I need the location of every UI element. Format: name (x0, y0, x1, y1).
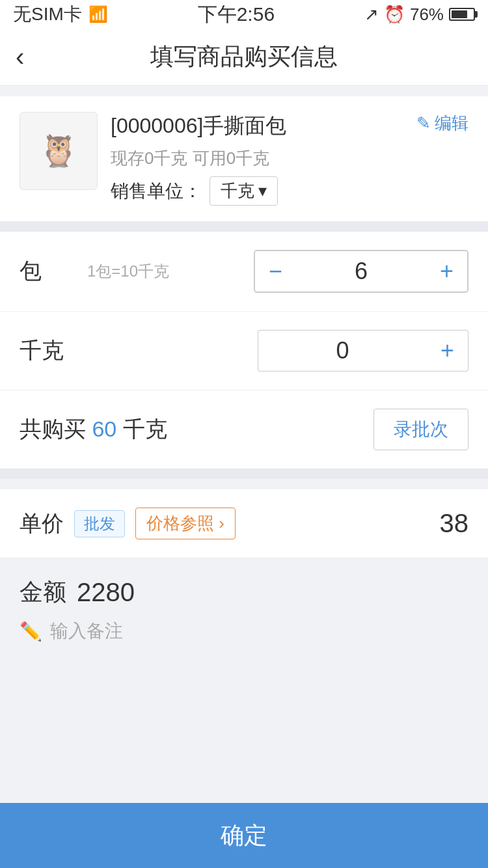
bao-sublabel: 1包=10千克 (87, 261, 169, 282)
bao-row: 包 1包=10千克 − + (0, 232, 488, 312)
location-icon: ↗ (364, 5, 379, 25)
total-prefix: 共购买 (20, 416, 86, 441)
wifi-icon: 📶 (88, 5, 108, 23)
unit-select[interactable]: 千克 ▾ (210, 176, 278, 206)
bao-input[interactable] (296, 251, 426, 292)
price-section: 单价 批发 价格参照 › 38 (0, 489, 488, 558)
battery-icon (449, 8, 475, 21)
price-value: 38 (440, 509, 469, 538)
product-card: 🦉 [0000006]手撕面包 现存0千克 可用0千克 销售单位： 千克 ▾ ✎… (0, 96, 488, 221)
note-row[interactable]: ✏️ 输入备注 (20, 619, 468, 654)
edit-icon: ✎ (416, 113, 431, 133)
amount-label: 金额 (20, 576, 66, 608)
pencil-icon: ✏️ (20, 621, 42, 642)
edit-button[interactable]: ✎ 编辑 (416, 112, 468, 135)
status-bar: 无SIM卡 📶 下午2:56 ↗ ⏰ 76% (0, 0, 488, 29)
product-logo-icon: 🦉 (39, 133, 78, 169)
chevron-down-icon: ▾ (258, 181, 267, 201)
unit-label: 销售单位： (111, 179, 202, 204)
back-button[interactable]: ‹ (16, 42, 24, 72)
product-unit-row: 销售单位： 千克 ▾ (111, 176, 403, 206)
note-placeholder: 输入备注 (50, 619, 123, 644)
status-time: 下午2:56 (198, 1, 275, 28)
divider-2 (0, 468, 488, 479)
kg-plus-button[interactable]: + (427, 330, 468, 372)
price-ref-button[interactable]: 价格参照 › (135, 508, 236, 539)
alarm-icon: ⏰ (384, 5, 405, 25)
edit-label: 编辑 (435, 112, 468, 135)
carrier-text: 无SIM卡 (13, 2, 82, 27)
bao-label: 包 (20, 256, 72, 286)
page-title: 填写商品购买信息 (150, 41, 338, 73)
total-amount: 60 (92, 416, 122, 441)
kg-row: 千克 + (0, 312, 488, 390)
bao-section: 包 1包=10千克 − + 千克 + (0, 232, 488, 390)
unit-value: 千克 (221, 180, 254, 202)
batch-button[interactable]: 录批次 (373, 409, 468, 450)
product-image: 🦉 (20, 112, 98, 190)
status-left: 无SIM卡 📶 (13, 2, 108, 27)
amount-row: 金额 2280 (20, 576, 468, 608)
product-actions: ✎ 编辑 (416, 112, 468, 135)
total-unit: 千克 (123, 416, 167, 441)
amount-value: 2280 (77, 578, 135, 607)
status-right: ↗ ⏰ 76% (364, 5, 475, 25)
product-name: [0000006]手撕面包 (111, 112, 403, 141)
total-text: 共购买 60 千克 (20, 414, 167, 444)
kg-input[interactable] (258, 330, 427, 372)
divider-1 (0, 221, 488, 232)
price-tag: 批发 (74, 510, 125, 537)
confirm-button[interactable]: 确定 (0, 803, 488, 868)
bao-minus-button[interactable]: − (254, 251, 296, 292)
total-row: 共购买 60 千克 录批次 (0, 390, 488, 468)
nav-bar: ‹ 填写商品购买信息 (0, 29, 488, 86)
kg-controls: + (258, 330, 468, 372)
product-stock: 现存0千克 可用0千克 (111, 147, 403, 170)
amount-section: 金额 2280 ✏️ 输入备注 (0, 558, 488, 660)
bao-plus-button[interactable]: + (426, 251, 468, 292)
bao-controls: − + (254, 250, 468, 293)
kg-label: 千克 (20, 336, 72, 366)
product-info: [0000006]手撕面包 现存0千克 可用0千克 销售单位： 千克 ▾ (111, 112, 403, 206)
price-label: 单价 (20, 509, 64, 539)
battery-text: 76% (410, 5, 444, 25)
